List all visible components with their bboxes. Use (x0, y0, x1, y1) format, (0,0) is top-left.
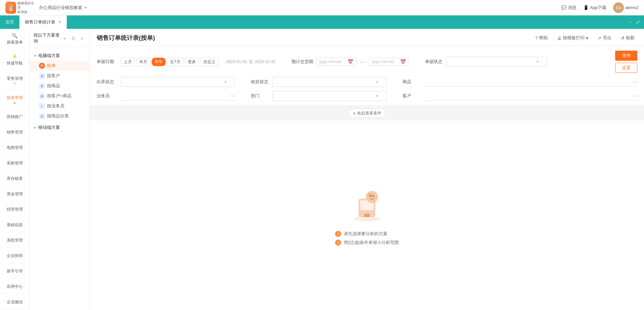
sidebar-item-appcenter[interactable]: 应用中心 (0, 278, 29, 294)
sidebar-item-finance[interactable]: 资金管理 (0, 186, 29, 201)
sidebar-item-basic[interactable]: 基础信息 (0, 217, 29, 232)
refresh-btn[interactable]: ↺ 刷新 (618, 34, 637, 42)
help-icon: ? (535, 36, 538, 41)
dept-label: 部门 (251, 93, 270, 99)
tab-home[interactable]: 首页 (0, 15, 19, 29)
sidebar-item-newbie[interactable]: 新手引导 (0, 263, 29, 278)
sidebar-item-operations[interactable]: 经营管理 (0, 201, 29, 217)
sidebar-search[interactable]: 🔍 搜索菜单 (0, 29, 29, 50)
sidebar-item-sales[interactable]: 销售管理 (0, 124, 29, 140)
app-title-dropdown-icon[interactable]: ▾ (85, 5, 87, 10)
help-btn[interactable]: ? 帮助 (533, 34, 550, 42)
empty-tips: 1 请先选择要分析的方案 2 用[过滤]条件来缩小分析范围 (335, 231, 398, 246)
collapse-bar: ∧ 收起更多条件 (90, 106, 644, 120)
search-icon: 🔍 (12, 33, 17, 38)
this-month-btn[interactable]: 本月 (136, 58, 150, 66)
sidebar-nav-label: 快捷导航 (7, 60, 23, 66)
goods-input[interactable]: ··· (424, 78, 637, 87)
tab-maximize-icon[interactable]: ⤢ (636, 19, 640, 25)
staff-more-icon[interactable]: ··· (230, 93, 235, 99)
sidebar-item-purchase[interactable]: 采购管理 (0, 155, 29, 170)
prev-month-btn[interactable]: 上月 (121, 58, 135, 66)
tree-item-by-goods[interactable]: ⊞ 按商品 (30, 81, 90, 91)
sidebar-search-label: 搜索菜单 (7, 40, 23, 45)
tree-parent-mobile[interactable]: ▼ 移动端方案 (30, 122, 90, 133)
user-name: demo2 (625, 5, 639, 10)
sidebar-item-marketing[interactable]: 营销推广 (0, 109, 29, 124)
customer-more-icon[interactable]: ··· (633, 93, 637, 99)
date-quick-btns: 上月 本月 本年 近7天 更多 自定义 (121, 58, 218, 66)
tip-num-1: 1 (335, 231, 341, 237)
sidebar: 🔍 搜索菜单 ⚡ 快捷导航 零售管理 ▾ 批发管理 ▴ 营销推广 销售管理 电商… (0, 29, 30, 310)
staff-input[interactable]: ··· (121, 92, 235, 101)
last-7-btn[interactable]: 近7天 (167, 58, 183, 66)
filter-row-2: 出库状态 ▾ 收款状态 ▾ 商品 (97, 77, 637, 87)
sidebar-item-retail[interactable]: 零售管理 ▾ (0, 70, 29, 90)
sidebar-item-enterprise[interactable]: 企业协同 (0, 248, 29, 263)
sidebar-item-wholesale[interactable]: 批发管理 ▴ (0, 90, 29, 109)
left-panel-actions: + ⊙ « (61, 35, 86, 42)
tree-item-by-staff-label: 按业务员 (47, 103, 64, 109)
receipt-status-select[interactable]: ▾ (272, 77, 386, 87)
goods-more-icon[interactable]: ··· (633, 79, 637, 85)
sidebar-item-inventory[interactable]: 库存核算 (0, 170, 29, 186)
tree-item-by-customer[interactable]: ⊞ 按客户 (30, 71, 90, 81)
empty-illustration (347, 185, 387, 225)
sidebar-item-wechat[interactable]: 企业微信 (0, 294, 29, 309)
customer-group: 客户 ··· (402, 92, 637, 101)
sidebar-quicknav[interactable]: ⚡ 快捷导航 (0, 50, 29, 70)
export-btn[interactable]: ↗ 导出 (595, 34, 614, 42)
logo-text: 畅捷通好生意 标准版 (17, 1, 35, 14)
svg-point-3 (366, 191, 378, 203)
order-status-select[interactable]: ▾ (446, 57, 547, 67)
tree-parent-desktop[interactable]: ▼ 电脑端方案 (30, 51, 90, 61)
tree-item-by-cust-goods[interactable]: ⊞ 按客户+商品 (30, 91, 90, 101)
add-scheme-btn[interactable]: + (61, 35, 68, 42)
app-download-label: App下载 (590, 5, 606, 11)
collapse-label: 收起更多条件 (357, 110, 381, 116)
collapse-more-btn[interactable]: ∧ 收起更多条件 (348, 109, 386, 118)
user-area[interactable]: Ea demo2 (613, 2, 639, 13)
edit-scheme-btn[interactable]: ⊙ (70, 35, 77, 42)
sidebar-item-ecommerce[interactable]: 电商管理 (0, 140, 29, 155)
date-to-value: 2023-12-31 (255, 59, 275, 64)
expected-date-from[interactable]: yyyy-mm-dd 📅 (316, 58, 356, 66)
collapse-panel-btn[interactable]: « (79, 35, 86, 42)
print-btn[interactable]: 🖨 按模板打印 ▾ (554, 34, 591, 42)
tree-arrow-desktop: ▼ (34, 54, 37, 58)
this-year-btn[interactable]: 本年 (152, 58, 166, 66)
query-btn[interactable]: 查询 (615, 51, 637, 61)
settings-btn[interactable]: 设置 (615, 63, 637, 73)
message-btn[interactable]: 💬 消息 (561, 5, 577, 11)
expected-date-to[interactable]: yyyy-mm-dd 📅 (369, 58, 409, 66)
top-right-actions: 💬 消息 📱 App下载 Ea demo2 (561, 2, 639, 13)
tab-sales-stats[interactable]: 销售订单统计表 ✕ (19, 15, 67, 29)
customer-input[interactable]: ··· (424, 92, 637, 101)
date-range-display: 2023-01-01 至 2023-12-31 (226, 59, 276, 65)
tree-icon-by-category: ⊟ (39, 113, 45, 119)
tree-item-by-category[interactable]: ⊟ 按商品分类 (30, 111, 90, 121)
ship-status-select[interactable]: ▾ (121, 77, 235, 87)
page-actions: ? 帮助 🖨 按模板打印 ▾ ↗ 导出 ↺ 刷新 (533, 34, 637, 42)
app-download-btn[interactable]: 📱 App下载 (583, 5, 606, 11)
tab-minimize-icon[interactable]: － (628, 19, 633, 26)
sidebar-item-system[interactable]: 系统管理 (0, 232, 29, 248)
svg-point-4 (368, 194, 373, 197)
tab-right-controls: － ⤢ (628, 19, 644, 26)
staff-label: 业务员 (97, 93, 115, 99)
goods-group: 商品 ··· (402, 78, 637, 87)
app-title: 办公用品行业模拟账套 ▾ (35, 5, 561, 11)
main-layout: 🔍 搜索菜单 ⚡ 快捷导航 零售管理 ▾ 批发管理 ▴ 营销推广 销售管理 电商… (0, 29, 644, 310)
dept-select[interactable]: ▾ (272, 91, 386, 101)
tree-item-by-order[interactable]: 按 按单 (30, 61, 90, 71)
app-download-icon: 📱 (583, 5, 589, 10)
customer-label: 客户 (402, 93, 421, 99)
filter-row-3: 业务员 ··· 部门 ▾ 客户 ··· (97, 91, 637, 101)
print-dropdown-icon: ▾ (586, 36, 588, 41)
tab-close-icon[interactable]: ✕ (58, 20, 61, 24)
tip-text-1: 请先选择要分析的方案 (344, 231, 387, 237)
tree-item-by-staff[interactable]: ≡ 按业务员 (30, 101, 90, 111)
empty-tip-1: 1 请先选择要分析的方案 (335, 231, 398, 237)
more-btn[interactable]: 更多 (185, 58, 199, 66)
custom-btn[interactable]: 自定义 (200, 58, 218, 66)
